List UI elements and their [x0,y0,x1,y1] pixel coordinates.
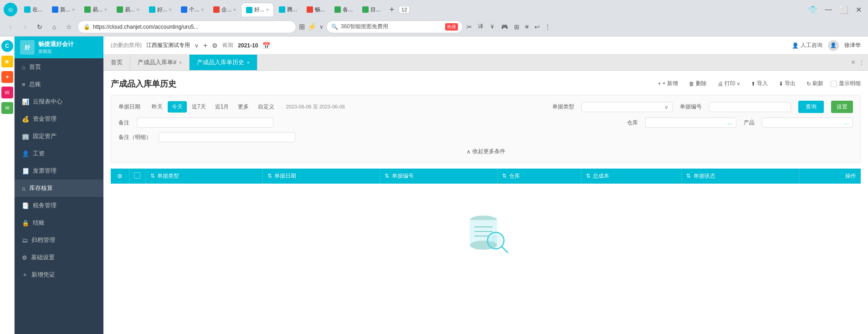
tab-ge[interactable]: 个... × [176,3,208,16]
tab-yi1[interactable]: 易... × [80,3,112,16]
window-shirt-icon[interactable]: 👕 [806,5,820,15]
forward-button[interactable]: › [19,21,31,33]
chanjet-icon[interactable]: C [1,40,13,52]
tab-ge2[interactable]: 各... [330,3,357,16]
home-button[interactable]: ⌂ [48,21,60,33]
app-icon-email[interactable]: ✉ [1,102,13,114]
today-btn[interactable]: 今天 [168,101,187,113]
bill-number-input[interactable] [709,102,791,112]
collapse-button[interactable]: ∧ 收起更多条件 [467,148,505,155]
refresh-button[interactable]: ↻ [34,21,46,33]
tab-yi2[interactable]: 易... × [112,3,144,16]
browser-back-button[interactable]: ◎ [4,3,17,16]
tab-close[interactable]: × [104,7,107,12]
grid-btn[interactable]: ⊞ [513,22,520,31]
window-close-button[interactable]: ✕ [853,5,864,15]
nav-item-closing[interactable]: 🔒 结账 [15,214,103,231]
nav-item-fund[interactable]: 💰 资金管理 [15,110,103,128]
app-icon-2[interactable]: ★ [1,56,13,67]
page-tab-home[interactable]: 首页 [103,55,130,70]
tab-qi[interactable]: 企... × [209,3,241,16]
app-icon-3[interactable]: ✦ [1,71,13,83]
dropdown-arrow[interactable]: ∨ [319,24,324,30]
col-type[interactable]: ⇅ 单据类型 [145,169,262,184]
back-button[interactable]: ‹ [5,21,16,33]
window-minimize-button[interactable]: — [822,5,835,15]
tab-close[interactable]: × [266,7,269,12]
undo-btn[interactable]: ↩ [534,22,541,31]
query-button[interactable]: 查询 [798,101,824,113]
product-input[interactable]: ... [762,118,853,128]
user-avatar[interactable]: 👤 [828,40,839,51]
col-status[interactable]: ⇅ 单据状态 [682,169,799,184]
nav-item-ledger[interactable]: ≡ 总账 [15,76,103,93]
nav-item-home[interactable]: ⌂ 首页 [15,58,103,76]
panel-close-button[interactable]: × [851,58,855,67]
scissors-icon[interactable]: ✂ [466,22,473,31]
tab-count-badge[interactable]: 12 [399,6,410,13]
nav-item-settings[interactable]: ⚙ 基础设置 [15,249,103,266]
yuan-btn[interactable]: ¥ [488,22,496,31]
col-number[interactable]: ⇅ 单据编号 [380,169,497,184]
print-button[interactable]: 🖨 打印 ∨ [714,78,744,89]
more-date-btn[interactable]: 更多 [234,101,253,113]
tab-hao1[interactable]: 好... × [144,3,176,16]
sun-btn[interactable]: ☀ [523,22,531,31]
tab-teng[interactable]: 腾... [274,3,302,16]
tab-close[interactable]: × [169,7,172,12]
company-name[interactable]: 江西服宝测试专用 [146,41,190,49]
month1-btn[interactable]: 近1月 [211,101,233,113]
tab-close-icon[interactable]: × [247,60,250,65]
remark-input[interactable] [137,118,273,128]
col-warehouse[interactable]: ⇅ 仓库 [497,169,581,184]
bookmark-button[interactable]: ☆ [63,21,75,33]
lightning-icon[interactable]: ⚡ [308,22,317,31]
import-button[interactable]: ⬆ 导入 [747,78,771,89]
nav-item-report[interactable]: 📊 云报表中心 [15,93,103,110]
user-consult-link[interactable]: 👤 人工咨询 [792,41,822,49]
tab-add-button[interactable]: + [385,3,398,16]
app-icon-weibo[interactable]: W [1,87,13,98]
tab-close[interactable]: × [201,7,204,12]
page-tab-list[interactable]: 产成品入库单# × [130,55,190,70]
settings-col-header[interactable]: ⚙ [111,169,129,184]
add-button[interactable]: + [203,41,207,50]
delete-button[interactable]: 🗑 删除 [685,78,710,89]
warehouse-input[interactable]: ... [645,118,736,128]
nav-item-archive[interactable]: 🗂 归档管理 [15,231,103,249]
export-button[interactable]: ⬇ 导出 [775,78,799,89]
calendar-icon[interactable]: 📅 [262,42,270,49]
tab-hao-active[interactable]: 好... × [241,3,274,16]
nav-item-invoice[interactable]: 🧾 发票管理 [15,162,103,180]
settings-gear-icon[interactable]: ⚙ [212,42,218,49]
custom-date-btn[interactable]: 自定义 [254,101,278,113]
page-tab-history[interactable]: 产成品入库单历史 × [190,55,257,70]
tab-close[interactable]: × [137,7,139,12]
panel-more-button[interactable]: ⋮ [859,59,864,66]
yesterday-btn[interactable]: 昨天 [148,101,167,113]
bill-type-dropdown[interactable]: ∨ [581,102,673,112]
tab-close[interactable]: × [233,7,236,12]
show-detail-toggle[interactable]: 显示明细 [831,80,861,87]
checkbox-col-header[interactable] [129,169,145,184]
url-bar[interactable]: 🔒 https://cloud.chanjet.com/accounting/u… [77,21,296,33]
refresh-btn[interactable]: ↻ 刷新 [803,78,827,89]
nav-item-inventory[interactable]: ⌂ 库存核算 [15,180,103,197]
setting-button[interactable]: 设置 [831,101,853,113]
tab-xin[interactable]: 新... × [47,3,79,16]
week7-btn[interactable]: 近7天 [188,101,210,113]
nav-item-fixed[interactable]: 🏢 固定资产 [15,128,103,145]
detail-remark-input[interactable] [159,132,295,142]
search-bar[interactable]: 🔍 360智能抠图免费用 热搜 [326,21,463,33]
tab-close[interactable]: × [72,7,75,12]
nav-item-payroll[interactable]: 👤 工资 [15,145,103,162]
tab-close-icon[interactable]: × [179,60,182,65]
more-btn[interactable]: ⋮ [544,22,552,31]
nav-item-newbill[interactable]: ＋ 新增凭证 [15,266,103,283]
dropdown-icon[interactable]: ∨ [195,42,199,49]
window-restore-button[interactable]: ⬜ [837,5,851,15]
col-date[interactable]: ⇅ 单据日期 [262,169,380,184]
translate-btn[interactable]: 译 [476,21,486,32]
col-total-cost[interactable]: ⇅ 总成本 [581,169,682,184]
grid-icon[interactable]: ⊞ [299,22,305,31]
